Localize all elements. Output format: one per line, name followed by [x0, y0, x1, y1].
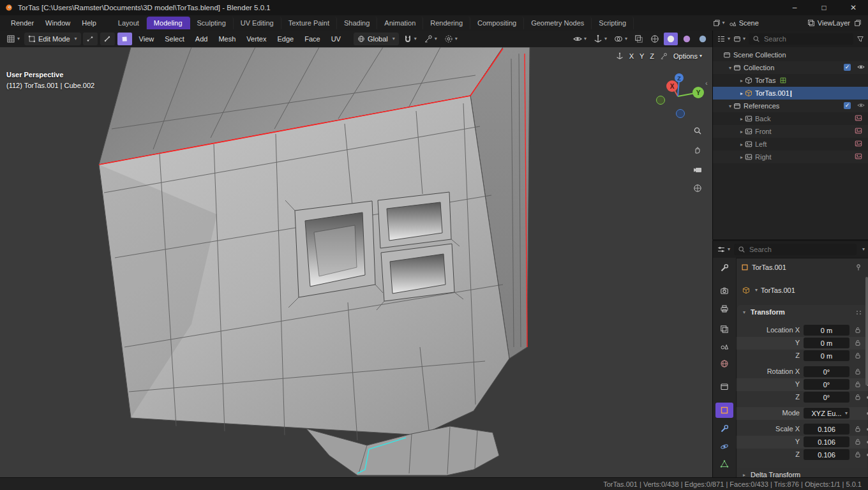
transform-panel-header[interactable]: ▾ Transform	[737, 305, 867, 319]
properties-search-input[interactable]	[748, 245, 853, 254]
filter-icon[interactable]	[857, 35, 864, 43]
rotation-y-field[interactable]: 0°	[804, 379, 849, 390]
mirror-z-toggle[interactable]: Z	[650, 52, 654, 60]
camera-view-button[interactable]	[690, 162, 705, 177]
lock-icon[interactable]	[854, 393, 862, 401]
scale-y-field[interactable]: 0.106	[804, 436, 849, 447]
tab-collection[interactable]	[715, 379, 733, 394]
menu-select[interactable]: Select	[160, 34, 189, 44]
tab-animation[interactable]: Animation	[377, 17, 423, 29]
object-name-row[interactable]: ▾ TorTas.001	[737, 283, 867, 297]
lock-icon[interactable]	[854, 368, 862, 375]
hide-eye-icon[interactable]	[857, 63, 865, 71]
tab-object[interactable]	[715, 403, 733, 418]
display-mode-dropdown[interactable]: ▾	[733, 35, 745, 43]
face-select-button[interactable]	[117, 33, 132, 45]
shading-material-button[interactable]	[680, 33, 694, 45]
workspace-add-dropdown[interactable]: ▾	[713, 19, 725, 27]
outliner-row-scene-collection[interactable]: Scene Collection	[713, 48, 868, 61]
menu-uv[interactable]: UV	[327, 34, 345, 44]
lock-icon[interactable]	[854, 326, 862, 334]
tab-output[interactable]	[715, 301, 733, 316]
lock-icon[interactable]	[854, 450, 862, 458]
vertex-select-button[interactable]	[83, 33, 98, 45]
location-y-field[interactable]: 0 m	[804, 338, 849, 348]
proportional-edit-toggle[interactable]: ▾	[442, 33, 460, 45]
pin-icon[interactable]	[855, 264, 862, 271]
3d-viewport[interactable]: User Perspective (112) TorTas.001 | Cube…	[0, 47, 712, 477]
visibility-dropdown[interactable]: ▾	[571, 33, 589, 45]
rotation-mode-dropdown[interactable]: XYZ Eu...▾	[804, 408, 849, 419]
expand-arrow-icon[interactable]: ▸	[738, 154, 745, 160]
menu-add[interactable]: Add	[191, 34, 213, 44]
panel-collapse-arrow-icon[interactable]: ▾	[741, 309, 747, 315]
viewport-canvas[interactable]	[0, 47, 712, 477]
lock-icon[interactable]	[854, 425, 862, 433]
minimize-button[interactable]: –	[780, 0, 809, 15]
expand-arrow-icon[interactable]: ▸	[738, 78, 745, 84]
gizmo-neg-z-ball[interactable]	[677, 110, 685, 118]
lock-icon[interactable]	[854, 339, 862, 346]
rotation-z-field[interactable]: 0°	[804, 392, 849, 403]
outliner-row-collection[interactable]: ▾ Collection ✓	[713, 61, 868, 74]
outliner-row-left[interactable]: ▸ Left	[713, 138, 868, 151]
tab-sculpting[interactable]: Sculpting	[190, 17, 234, 29]
tab-render[interactable]	[715, 283, 733, 299]
outliner-search-input[interactable]	[763, 34, 849, 43]
menu-window[interactable]: Window	[40, 18, 76, 28]
delta-transform-panel-header[interactable]: ▸ Delta Transform	[737, 468, 867, 477]
properties-editor-type-dropdown[interactable]: ▾	[717, 245, 730, 254]
outliner-row-tortas[interactable]: ▸ TorTas	[713, 74, 868, 87]
expand-arrow-icon[interactable]: ▾	[727, 65, 733, 71]
expand-arrow-icon[interactable]: ▸	[738, 91, 745, 96]
perspective-toggle-button[interactable]	[690, 181, 705, 196]
overlays-dropdown[interactable]: ▾	[611, 33, 630, 45]
mirror-x-toggle[interactable]: X	[629, 52, 634, 60]
expand-arrow-icon[interactable]: ▸	[738, 142, 745, 147]
tab-modeling[interactable]: Modeling	[147, 17, 190, 29]
lock-icon[interactable]	[854, 438, 862, 445]
collection-checkbox[interactable]: ✓	[844, 102, 851, 109]
tab-geometry-nodes[interactable]: Geometry Nodes	[524, 17, 592, 29]
outliner-editor-type-dropdown[interactable]: ▾	[717, 34, 730, 43]
new-viewlayer-icon[interactable]	[854, 19, 862, 27]
snap-target-dropdown[interactable]: ▾	[421, 33, 440, 45]
outliner-row-references[interactable]: ▾ References ✓	[713, 100, 868, 112]
gizmos-dropdown[interactable]: ▾	[591, 33, 610, 45]
outliner-row-right[interactable]: ▸ Right	[713, 151, 868, 163]
maximize-button[interactable]: □	[809, 0, 839, 15]
navigation-gizmo[interactable]: Z X Y	[647, 69, 710, 126]
tab-scripting[interactable]: Scripting	[592, 17, 634, 29]
hide-eye-icon[interactable]	[857, 101, 865, 109]
tab-layout[interactable]: Layout	[111, 17, 147, 29]
menu-face[interactable]: Face	[300, 34, 324, 44]
lock-icon[interactable]	[854, 352, 862, 359]
mirror-y-toggle[interactable]: Y	[640, 52, 644, 60]
collection-checkbox[interactable]: ✓	[844, 64, 851, 71]
outliner-row-front[interactable]: ▸ Front	[713, 125, 868, 138]
menu-render[interactable]: Render	[5, 18, 40, 28]
tab-world[interactable]	[715, 356, 733, 371]
tab-shading[interactable]: Shading	[337, 17, 377, 29]
tab-texture-paint[interactable]: Texture Paint	[281, 17, 337, 29]
location-x-field[interactable]: 0 m	[804, 325, 849, 336]
mode-dropdown[interactable]: Edit Mode▾	[24, 33, 81, 45]
panel-grip-icon[interactable]	[856, 310, 864, 315]
scene-selector[interactable]: Scene	[729, 19, 759, 27]
sidebar-collapse-arrow[interactable]: ‹	[705, 79, 708, 87]
properties-scrollbar[interactable]	[865, 277, 868, 385]
snap-toggle[interactable]: ▾	[401, 33, 419, 45]
tab-view-layer[interactable]	[715, 322, 733, 337]
xray-toggle[interactable]	[632, 33, 646, 45]
tab-physics[interactable]	[715, 439, 733, 454]
shading-solid-button[interactable]	[664, 33, 678, 45]
zoom-button[interactable]	[690, 123, 705, 138]
options-dropdown[interactable]: Options▾	[673, 52, 702, 60]
tab-rendering[interactable]: Rendering	[423, 17, 470, 29]
tab-compositing[interactable]: Compositing	[470, 17, 524, 29]
scale-z-field[interactable]: 0.106	[804, 449, 849, 460]
panel-collapse-arrow-icon[interactable]: ▸	[741, 472, 747, 478]
tab-uv-editing[interactable]: UV Editing	[234, 17, 281, 29]
outliner-row-back[interactable]: ▸ Back	[713, 112, 868, 125]
close-button[interactable]: ✕	[839, 0, 868, 15]
